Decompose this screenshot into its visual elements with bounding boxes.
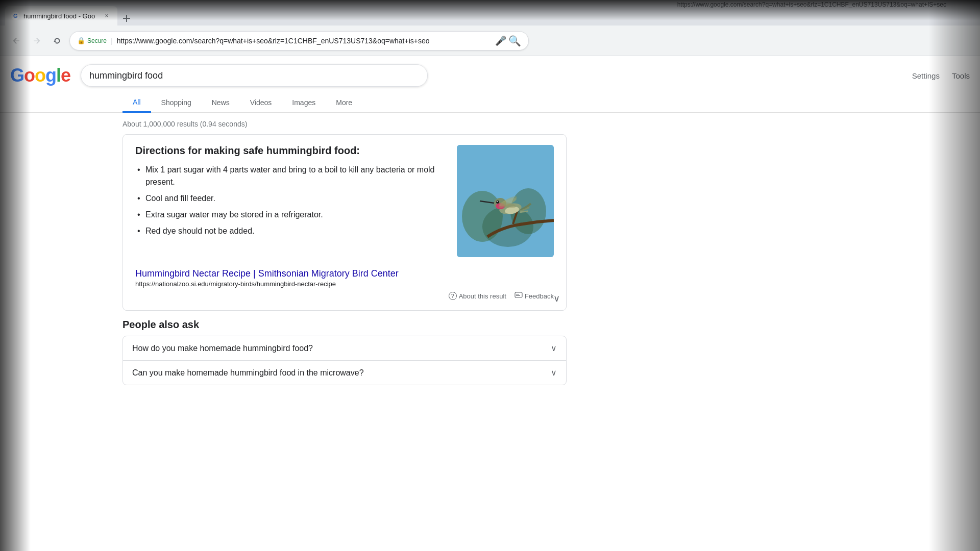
nav-tabs: All Shopping News Videos Images More	[0, 89, 980, 113]
results-area: About 1,000,000 results (0.94 seconds) D…	[0, 113, 980, 385]
tab-videos[interactable]: Videos	[240, 93, 282, 112]
featured-inner: Directions for making safe hummingbird f…	[135, 145, 554, 257]
logo-letter-o2: o	[35, 65, 45, 86]
main-search-bar[interactable]: hummingbird food	[81, 64, 428, 87]
logo-letter-e: e	[61, 65, 70, 86]
ask-chevron-1: ∨	[551, 343, 557, 353]
svg-point-12	[496, 201, 499, 204]
featured-snippet-card: Directions for making safe hummingbird f…	[122, 134, 567, 311]
ask-item-2[interactable]: Can you make homemade hummingbird food i…	[123, 361, 566, 385]
tab-favicon: G	[11, 12, 19, 20]
svg-rect-17	[515, 292, 522, 297]
microphone-icon[interactable]: 🎤	[495, 35, 506, 46]
svg-rect-19	[516, 295, 520, 296]
bullet-3: Extra sugar water may be stored in a ref…	[135, 209, 449, 221]
new-tab-button[interactable]	[119, 11, 134, 26]
feedback-text: Feedback	[525, 292, 554, 300]
search-icon[interactable]: 🔍	[508, 35, 521, 47]
tab-news[interactable]: News	[202, 93, 240, 112]
tab-close-button[interactable]: ×	[102, 11, 111, 20]
browser-chrome: https://www.google.com/search?q=what+is+…	[0, 0, 980, 56]
ask-chevron-2: ∨	[551, 368, 557, 378]
tab-shopping[interactable]: Shopping	[151, 93, 202, 112]
logo-letter-g2: g	[45, 65, 56, 86]
search-query-text: hummingbird food	[89, 70, 163, 81]
tab-title: hummingbird food - Goo	[23, 12, 95, 20]
about-result-icon: ?	[449, 292, 457, 300]
url-partial-top: https://www.google.com/search?q=what+is+…	[674, 0, 949, 9]
lock-icon: 🔒	[77, 37, 85, 44]
results-count: About 1,000,000 results (0.94 seconds)	[122, 117, 970, 134]
tools-link[interactable]: Tools	[952, 71, 970, 80]
result-source-link[interactable]: Hummingbird Nectar Recipe | Smithsonian …	[135, 268, 554, 279]
page-content: Google hummingbird food Settings Tools A…	[0, 56, 980, 551]
featured-title: Directions for making safe hummingbird f…	[135, 145, 449, 157]
tab-more[interactable]: More	[326, 93, 362, 112]
about-result-text: About this result	[459, 292, 506, 300]
address-bar[interactable]: 🔒 Secure | https://www.google.com/search…	[69, 31, 529, 51]
tab-all[interactable]: All	[122, 93, 151, 113]
bullet-1: Mix 1 part sugar with 4 parts water and …	[135, 164, 449, 188]
people-also-ask-title: People also ask	[122, 319, 567, 331]
ask-question-2: Can you make homemade hummingbird food i…	[132, 368, 364, 378]
people-also-ask-card: How do you make homemade hummingbird foo…	[122, 336, 567, 385]
url-text: https://www.google.com/search?q=what+is+…	[117, 37, 491, 45]
logo-letter-g1: G	[10, 65, 24, 86]
hummingbird-image[interactable]	[457, 145, 554, 257]
about-result-button[interactable]: ? About this result	[449, 292, 506, 300]
ask-item-1[interactable]: How do you make homemade hummingbird foo…	[123, 336, 566, 361]
bullet-2: Cool and fill feeder.	[135, 192, 449, 205]
svg-point-13	[497, 201, 498, 202]
result-url: https://nationalzoo.si.edu/migratory-bir…	[135, 280, 554, 288]
feedback-button[interactable]: Feedback	[514, 292, 554, 300]
settings-link[interactable]: Settings	[912, 71, 940, 80]
back-button[interactable]	[8, 33, 24, 49]
logo-letter-o1: o	[24, 65, 35, 86]
refresh-button[interactable]	[49, 33, 65, 49]
featured-bullets: Mix 1 part sugar with 4 parts water and …	[135, 164, 449, 237]
google-header: Google hummingbird food Settings Tools	[0, 56, 980, 87]
result-footer: ? About this result Feedback	[135, 292, 554, 300]
svg-text:G: G	[13, 13, 18, 19]
card-expand-button[interactable]: ∨	[553, 293, 560, 304]
secure-badge: 🔒 Secure	[77, 37, 107, 44]
address-bar-row: 🔒 Secure | https://www.google.com/search…	[0, 26, 980, 56]
tab-images[interactable]: Images	[282, 93, 326, 112]
active-tab[interactable]: G hummingbird food - Goo ×	[5, 6, 117, 26]
svg-rect-18	[516, 294, 519, 294]
result-link-area: Hummingbird Nectar Recipe | Smithsonian …	[135, 263, 554, 288]
secure-text: Secure	[87, 37, 107, 44]
featured-text: Directions for making safe hummingbird f…	[135, 145, 449, 257]
ask-question-1: How do you make homemade hummingbird foo…	[132, 344, 313, 353]
logo-letter-l: l	[56, 65, 61, 86]
svg-rect-3	[126, 15, 127, 22]
forward-button[interactable]	[29, 33, 45, 49]
feedback-icon	[514, 292, 523, 300]
people-also-ask-section: People also ask How do you make homemade…	[122, 319, 567, 385]
address-bar-icons: 🎤 🔍	[495, 35, 521, 47]
google-logo: Google	[10, 65, 70, 86]
bullet-4: Red dye should not be added.	[135, 225, 449, 237]
settings-tools: Settings Tools	[912, 71, 970, 80]
